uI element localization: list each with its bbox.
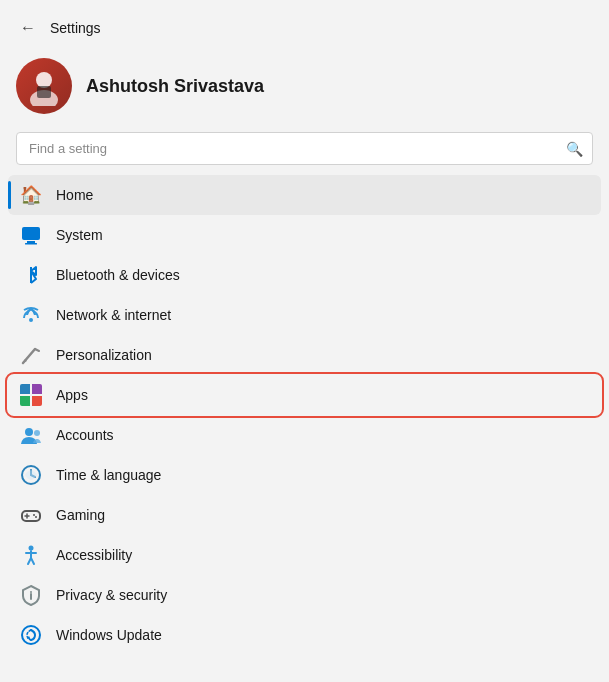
title-bar: ← Settings	[0, 0, 609, 48]
sidebar-item-label: Windows Update	[56, 627, 162, 643]
sidebar-item-network[interactable]: Network & internet	[8, 295, 601, 335]
settings-window: ← Settings Ashutosh Srivastava 🔍 🏠	[0, 0, 609, 682]
svg-rect-5	[25, 243, 37, 245]
privacy-icon	[20, 584, 42, 606]
sidebar-item-accessibility[interactable]: Accessibility	[8, 535, 601, 575]
sidebar-item-privacy[interactable]: Privacy & security	[8, 575, 601, 615]
accessibility-icon	[20, 544, 42, 566]
sidebar-item-system[interactable]: System	[8, 215, 601, 255]
svg-point-9	[25, 428, 33, 436]
svg-point-6	[29, 318, 33, 322]
svg-rect-2	[37, 86, 51, 98]
accounts-icon	[20, 424, 42, 446]
sidebar-item-gaming[interactable]: Gaming	[8, 495, 601, 535]
back-button[interactable]: ←	[16, 16, 40, 40]
sidebar-item-bluetooth[interactable]: Bluetooth & devices	[8, 255, 601, 295]
sidebar-item-label: Personalization	[56, 347, 152, 363]
sidebar-item-label: Accounts	[56, 427, 114, 443]
system-icon	[20, 224, 42, 246]
svg-point-19	[29, 546, 34, 551]
network-icon	[20, 304, 42, 326]
sidebar-item-apps[interactable]: Apps	[8, 375, 601, 415]
sidebar-item-label: Privacy & security	[56, 587, 167, 603]
sidebar-item-label: Network & internet	[56, 307, 171, 323]
bluetooth-icon	[20, 264, 42, 286]
svg-rect-4	[27, 241, 35, 243]
search-icon: 🔍	[566, 141, 583, 157]
sidebar-item-label: System	[56, 227, 103, 243]
svg-rect-3	[22, 227, 40, 240]
sidebar-item-label: Home	[56, 187, 93, 203]
svg-point-17	[33, 514, 35, 516]
apps-icon	[20, 384, 42, 406]
user-name: Ashutosh Srivastava	[86, 76, 264, 97]
home-icon: 🏠	[20, 184, 42, 206]
sidebar-item-label: Accessibility	[56, 547, 132, 563]
svg-point-26	[22, 626, 40, 644]
sidebar-item-accounts[interactable]: Accounts	[8, 415, 601, 455]
sidebar-item-label: Apps	[56, 387, 88, 403]
time-icon	[20, 464, 42, 486]
search-input[interactable]	[16, 132, 593, 165]
sidebar-item-label: Gaming	[56, 507, 105, 523]
window-title: Settings	[50, 20, 101, 36]
nav-list: 🏠 Home System Bluetooth & devices	[0, 175, 609, 655]
svg-line-8	[35, 349, 39, 351]
update-icon	[20, 624, 42, 646]
sidebar-item-time[interactable]: Time & language	[8, 455, 601, 495]
avatar	[16, 58, 72, 114]
sidebar-item-personalization[interactable]: Personalization	[8, 335, 601, 375]
sidebar-item-label: Time & language	[56, 467, 161, 483]
svg-point-18	[35, 516, 37, 518]
sidebar-item-home[interactable]: 🏠 Home	[8, 175, 601, 215]
svg-line-23	[31, 558, 34, 564]
search-bar: 🔍	[16, 132, 593, 165]
sidebar-item-label: Bluetooth & devices	[56, 267, 180, 283]
svg-point-10	[34, 430, 40, 436]
sidebar-item-update[interactable]: Windows Update	[8, 615, 601, 655]
svg-point-0	[36, 72, 52, 88]
avatar-image	[16, 58, 72, 114]
personalization-icon	[20, 344, 42, 366]
user-profile: Ashutosh Srivastava	[0, 48, 609, 128]
gaming-icon	[20, 504, 42, 526]
svg-point-25	[30, 591, 32, 593]
